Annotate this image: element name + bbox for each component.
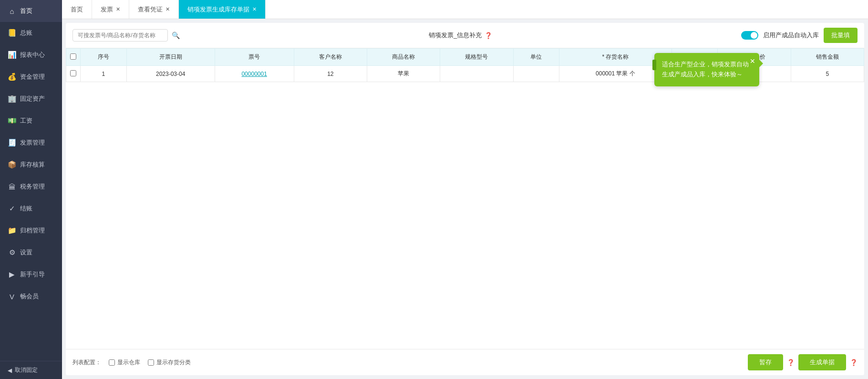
sidebar-label-payroll: 工资 xyxy=(20,116,32,125)
tab-invoice-close[interactable]: ✕ xyxy=(116,6,120,12)
show-inventory-checkbox[interactable] xyxy=(148,359,154,366)
header-number: 票号 xyxy=(215,49,294,66)
tab-voucher-close[interactable]: ✕ xyxy=(165,6,170,12)
tab-invoice-label: 发票 xyxy=(101,5,113,14)
generate-button[interactable]: 生成单据 xyxy=(798,354,846,370)
sidebar-label-guide: 新手引导 xyxy=(20,270,45,279)
sidebar-item-vip[interactable]: V 畅会员 xyxy=(0,285,62,307)
sidebar-label-settings: 设置 xyxy=(20,248,32,257)
settings-icon: ⚙ xyxy=(8,248,16,257)
save-button[interactable]: 暂存 xyxy=(748,354,783,370)
sidebar-label-inventory: 库存核算 xyxy=(20,160,45,169)
toggle-label: 启用产成品自动入库 xyxy=(763,31,819,40)
show-warehouse-label: 显示仓库 xyxy=(117,358,140,367)
search-icon[interactable]: 🔍 xyxy=(172,32,180,39)
center-info-icon[interactable]: ❓ xyxy=(485,32,492,39)
row-checkbox[interactable] xyxy=(70,70,76,76)
cell-seq: 1 xyxy=(81,66,127,82)
reports-icon: 📊 xyxy=(8,51,16,59)
tab-sales-return-close[interactable]: ✕ xyxy=(252,6,257,12)
cell-product: 苹果 xyxy=(367,66,440,82)
header-product: 商品名称 xyxy=(367,49,440,66)
sidebar-label-archive: 归档管理 xyxy=(20,226,45,235)
invoice-mgmt-icon: 🧾 xyxy=(8,138,16,147)
cancel-fixed-label: 取消固定 xyxy=(15,366,38,374)
tooltip-close-button[interactable]: ✕ xyxy=(750,56,755,66)
tab-voucher[interactable]: 查看凭证 ✕ xyxy=(129,0,179,19)
ledger-icon: 📒 xyxy=(8,29,16,37)
header-spec: 规格型号 xyxy=(440,49,513,66)
sidebar-item-assets[interactable]: 🏢 固定资产 xyxy=(0,88,62,110)
row-checkbox-cell xyxy=(66,66,81,82)
toolbar-left: 🔍 xyxy=(72,29,180,42)
cell-unit xyxy=(513,66,559,82)
sidebar-label-assets: 固定资产 xyxy=(20,95,45,103)
tooltip-text: 适合生产型企业，销项发票自动生成产成品入库，快来体验～ xyxy=(662,61,749,78)
tab-sales-return[interactable]: 销项发票生成库存单据 ✕ xyxy=(179,0,266,19)
generate-info-icon[interactable]: ❓ xyxy=(850,359,858,366)
sidebar-item-archive[interactable]: 📁 归档管理 xyxy=(0,220,62,242)
save-info-icon[interactable]: ❓ xyxy=(787,359,795,366)
cell-number[interactable]: 00000001 xyxy=(215,66,294,82)
archive-icon: 📁 xyxy=(8,226,16,235)
auto-warehouse-toggle[interactable] xyxy=(741,31,758,40)
show-inventory-item: 显示存货分类 xyxy=(148,358,191,367)
sidebar-label-home: 首页 xyxy=(20,7,32,15)
sidebar-item-funds[interactable]: 💰 资金管理 xyxy=(0,66,62,88)
sidebar-item-ledger[interactable]: 📒 总账 xyxy=(0,22,62,44)
sidebar-label-reports: 报表中心 xyxy=(20,51,45,59)
cell-date: 2023-03-04 xyxy=(126,66,215,82)
sidebar-item-closing[interactable]: ✓ 结账 xyxy=(0,198,62,220)
sidebar-label-tax: 税务管理 xyxy=(20,182,45,191)
sidebar-item-inventory[interactable]: 📦 库存核算 xyxy=(0,154,62,176)
header-checkbox-cell xyxy=(66,49,81,66)
sidebar-item-settings[interactable]: ⚙ 设置 xyxy=(0,242,62,263)
cell-spec xyxy=(440,66,513,82)
sidebar-label-funds: 资金管理 xyxy=(20,73,45,81)
sidebar-item-tax[interactable]: 🏛 税务管理 xyxy=(0,176,62,198)
sidebar-label-ledger: 总账 xyxy=(20,29,32,37)
show-warehouse-item: 显示仓库 xyxy=(109,358,140,367)
funds-icon: 💰 xyxy=(8,73,16,81)
sidebar-item-guide[interactable]: ▶ 新手引导 xyxy=(0,263,62,285)
cancel-fixed-button[interactable]: ◀ 取消固定 xyxy=(0,361,62,379)
guide-icon: ▶ xyxy=(8,270,16,279)
footer-left: 列表配置： 显示仓库 显示存货分类 xyxy=(72,358,191,367)
header-date: 开票日期 xyxy=(126,49,215,66)
tab-invoice[interactable]: 发票 ✕ xyxy=(92,0,129,19)
tab-sales-return-label: 销项发票生成库存单据 xyxy=(187,5,249,14)
tooltip-indicator xyxy=(652,60,656,70)
tooltip-bubble: ✕ 适合生产型企业，销项发票自动生成产成品入库，快来体验～ xyxy=(654,53,759,86)
header-unit: 单位 xyxy=(513,49,559,66)
sidebar-item-home[interactable]: ⌂ 首页 xyxy=(0,0,62,22)
batch-fill-button[interactable]: 批量填 xyxy=(824,28,858,43)
main-area: 首页 发票 ✕ 查看凭证 ✕ 销项发票生成库存单据 ✕ 🔍 销项发票_信息补充 … xyxy=(62,0,868,379)
footer: 列表配置： 显示仓库 显示存货分类 暂存 ❓ 生成单据 ❓ xyxy=(66,349,864,375)
toolbar-center: 销项发票_信息补充 ❓ xyxy=(429,31,492,40)
show-inventory-label: 显示存货分类 xyxy=(156,358,191,367)
sidebar: ⌂ 首页 📒 总账 📊 报表中心 💰 资金管理 🏢 固定资产 💵 工资 🧾 发票… xyxy=(0,0,62,379)
closing-icon: ✓ xyxy=(8,204,16,213)
tax-icon: 🏛 xyxy=(8,183,16,191)
sidebar-label-vip: 畅会员 xyxy=(20,292,39,301)
header-customer: 客户名称 xyxy=(294,49,367,66)
inventory-icon: 📦 xyxy=(8,160,16,169)
sidebar-item-payroll[interactable]: 💵 工资 xyxy=(0,110,62,132)
tab-home-label: 首页 xyxy=(71,5,83,14)
toolbar-right: 启用产成品自动入库 批量填 xyxy=(741,28,858,43)
tabbar: 首页 发票 ✕ 查看凭证 ✕ 销项发票生成库存单据 ✕ xyxy=(62,0,868,19)
vip-icon: V xyxy=(8,293,16,301)
show-warehouse-checkbox[interactable] xyxy=(109,359,115,366)
toolbar: 🔍 销项发票_信息补充 ❓ 启用产成品自动入库 批量填 xyxy=(66,23,864,48)
invoice-number-link[interactable]: 00000001 xyxy=(241,71,267,77)
select-all-checkbox[interactable] xyxy=(70,53,76,60)
sidebar-item-reports[interactable]: 📊 报表中心 xyxy=(0,44,62,66)
sidebar-item-invoice-mgmt[interactable]: 🧾 发票管理 xyxy=(0,132,62,154)
search-input[interactable] xyxy=(72,29,168,42)
cancel-fixed-icon: ◀ xyxy=(8,367,12,374)
header-amount: 销售金额 xyxy=(791,49,864,66)
sidebar-label-closing: 结账 xyxy=(20,204,32,213)
sidebar-label-invoice-mgmt: 发票管理 xyxy=(20,138,45,147)
tab-home[interactable]: 首页 xyxy=(62,0,92,19)
footer-right: 暂存 ❓ 生成单据 ❓ xyxy=(748,354,858,370)
